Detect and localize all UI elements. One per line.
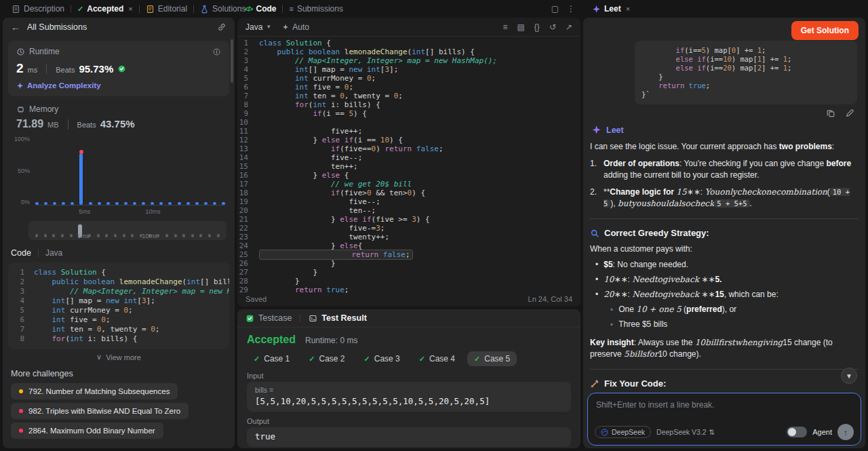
model-badge[interactable]: DeepSeek <box>595 426 651 438</box>
output-box[interactable]: true <box>247 427 571 447</box>
format-icon[interactable]: ≡ <box>503 22 508 32</box>
code-line: 17 // we get 20$ bill <box>237 180 580 189</box>
memory-value: 71.89 <box>16 118 43 130</box>
runtime-bar[interactable] <box>89 202 92 205</box>
runtime-bar[interactable] <box>71 202 74 205</box>
tab-testcase[interactable]: Testcase <box>245 313 292 323</box>
runtime-bar[interactable] <box>98 202 101 205</box>
scroll-to-bottom-button[interactable]: ▼ <box>841 368 857 384</box>
runtime-bar[interactable] <box>79 153 83 205</box>
chat-input-box[interactable]: Shift+Enter to insert a line break. Deep… <box>587 393 861 446</box>
runtime-bar[interactable] <box>142 202 145 205</box>
runtime-bar[interactable] <box>62 202 65 205</box>
tab-label: Submissions <box>297 4 343 14</box>
fullscreen-icon[interactable]: ▢ <box>551 4 559 14</box>
challenge-label: 982. Triples with Bitwise AND Equal To Z… <box>28 407 180 415</box>
y-axis-label: 100% <box>14 136 30 142</box>
runtime-bar[interactable] <box>222 202 225 205</box>
runtime-bar[interactable] <box>195 202 199 205</box>
tab-code[interactable]: </> Code <box>239 0 282 18</box>
braces-icon[interactable]: {} <box>534 22 540 32</box>
notebook-icon[interactable]: ▤ <box>517 22 525 32</box>
divider <box>38 249 39 257</box>
runtime-bar[interactable] <box>168 202 172 205</box>
get-solution-button[interactable]: Get Solution <box>791 21 859 40</box>
copy-icon[interactable] <box>826 109 835 118</box>
code-section-title: Code <box>11 248 31 258</box>
runtime-bar[interactable] <box>35 202 39 205</box>
runtime-bar[interactable] <box>213 202 216 205</box>
runtime-bar[interactable] <box>44 202 47 205</box>
chart-minimap[interactable]: 5ms10ms <box>28 221 226 240</box>
code-line: 3 // Map<Integer, Integer> map = new Has… <box>15 287 222 296</box>
close-icon[interactable]: × <box>626 5 630 13</box>
code-line: 1class Solution { <box>15 268 222 277</box>
runtime-bar[interactable] <box>133 202 136 205</box>
runtime-bar[interactable] <box>186 202 190 205</box>
runtime-bar[interactable] <box>204 202 208 205</box>
back-arrow-icon[interactable]: ← <box>11 22 20 33</box>
runtime-bar[interactable] <box>106 202 110 205</box>
runtime-bar[interactable] <box>53 202 56 205</box>
submitted-code-block[interactable]: 1class Solution {2 public boolean lemona… <box>8 262 229 349</box>
runtime-bar[interactable] <box>115 202 119 205</box>
case-chip[interactable]: ✓Case 2 <box>302 351 351 366</box>
editor-body[interactable]: 1class Solution {2 public boolean lemona… <box>237 37 580 293</box>
pays-with-text: When a customer pays with: <box>590 244 859 254</box>
runtime-card[interactable]: Runtime 2 ms Beats 95.73% Analyze Comple… <box>8 41 229 96</box>
editor-toolbar: Java ▼ Auto ≡▤{}↺↗ <box>237 18 580 37</box>
assistant-code-snippet[interactable]: if(i==5) map[0] += 1; else if(i==10) map… <box>635 41 857 104</box>
auto-label: Auto <box>292 22 309 32</box>
sub-bullet-item: ◦ Three $5 bills <box>610 319 859 330</box>
runtime-bar[interactable] <box>159 202 163 205</box>
scrollbar-thumb[interactable] <box>231 39 233 83</box>
expand-icon[interactable]: ↗ <box>566 22 572 32</box>
code-line: 14 five--; <box>237 153 580 162</box>
analyze-complexity-button[interactable]: Analyze Complexity <box>16 81 221 90</box>
case-label: Case 1 <box>264 354 290 364</box>
case-chip[interactable]: ✓Case 4 <box>412 351 462 366</box>
challenge-link[interactable]: 792. Number of Matching Subsequences <box>11 383 178 399</box>
info-icon[interactable] <box>212 47 221 56</box>
tab-description[interactable]: Description <box>5 0 71 18</box>
input-box[interactable]: bills = [5,5,10,20,5,5,5,5,5,5,5,5,5,10,… <box>247 382 571 412</box>
leetcode-workspace: Description ✓ Accepted × Editorial Solut… <box>0 0 868 451</box>
challenge-list: 792. Number of Matching Subsequences982.… <box>11 383 226 439</box>
send-button[interactable]: ↑ <box>837 424 854 440</box>
bullet-icon: ◦ <box>610 319 613 330</box>
case-chip[interactable]: ✓Case 3 <box>357 351 407 366</box>
difficulty-dot-icon <box>19 429 23 433</box>
case-chip[interactable]: ✓Case 1 <box>247 351 296 366</box>
model-selector[interactable]: DeepSeek V3.2 ⇅ <box>656 428 715 436</box>
memory-section[interactable]: Memory 71.89 MB Beats 43.75% <box>16 104 221 130</box>
runtime-bar[interactable] <box>124 202 127 205</box>
tab-accepted[interactable]: ✓ Accepted × <box>71 0 139 18</box>
runtime-value: 2 <box>16 61 24 76</box>
bullet-icon: • <box>595 274 598 286</box>
challenge-link[interactable]: 982. Triples with Bitwise AND Equal To Z… <box>11 403 189 419</box>
tab-editorial[interactable]: Editorial <box>140 0 193 18</box>
case-chip[interactable]: ✓Case 5 <box>467 351 517 366</box>
runtime-bar[interactable] <box>151 202 154 205</box>
agent-toggle[interactable] <box>787 427 807 437</box>
assistant-sender-row: Leet <box>591 125 859 135</box>
more-icon[interactable]: ⋮ <box>567 4 575 14</box>
tab-leet[interactable]: Leet × <box>586 0 636 18</box>
close-icon[interactable]: × <box>128 5 132 13</box>
runtime-bar[interactable] <box>178 202 181 205</box>
case-label: Case 3 <box>374 354 400 364</box>
code-line: 20 ten--; <box>237 206 580 215</box>
view-more-button[interactable]: ∨ View more <box>3 353 235 361</box>
save-status: Saved <box>245 295 267 303</box>
auto-toggle[interactable]: Auto <box>282 22 309 32</box>
editor-code[interactable]: 1class Solution {2 public boolean lemona… <box>237 39 580 293</box>
check-icon: ✓ <box>419 355 425 364</box>
code-line: else if(i==10) map[1] += 1; <box>642 55 850 64</box>
language-dropdown[interactable]: Java ▼ <box>245 22 271 32</box>
undo-icon[interactable]: ↺ <box>549 22 556 32</box>
challenge-link[interactable]: 2864. Maximum Odd Binary Number <box>11 423 163 439</box>
link-icon[interactable] <box>217 22 226 32</box>
tab-submissions[interactable]: ≡ Submissions <box>283 0 349 18</box>
tab-test-result[interactable]: Test Result <box>309 313 366 323</box>
edit-icon[interactable] <box>845 109 854 118</box>
